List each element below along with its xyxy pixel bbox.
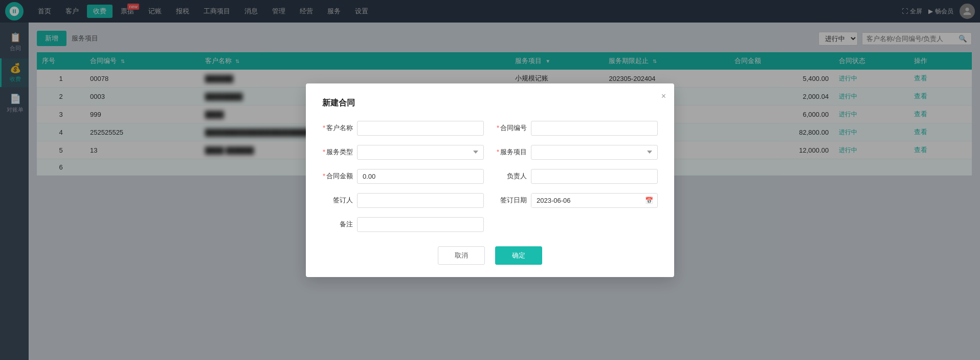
- field-signer: 签订人: [322, 193, 484, 208]
- service-type-select[interactable]: [357, 145, 484, 160]
- field-contract-no: *合同编号: [496, 121, 658, 136]
- sign-date-input[interactable]: [531, 194, 641, 207]
- field-customer-name: *客户名称: [322, 121, 484, 136]
- contract-no-label: *合同编号: [496, 123, 527, 133]
- customer-name-label: *客户名称: [322, 123, 353, 133]
- service-type-label: *服务类型: [322, 147, 353, 157]
- form-row-4: 签订人 签订日期 📅: [322, 193, 658, 208]
- form-row-1: *客户名称 *合同编号: [322, 121, 658, 136]
- sign-date-label: 签订日期: [496, 196, 527, 205]
- field-remark: 备注: [322, 217, 484, 232]
- contract-amount-input[interactable]: [357, 169, 484, 184]
- calendar-icon[interactable]: 📅: [641, 197, 657, 204]
- required-star-5: *: [323, 172, 325, 180]
- form-row-5: 备注: [322, 217, 658, 232]
- field-service-item: *服务项目: [496, 145, 658, 160]
- service-item-label: *服务项目: [496, 147, 527, 157]
- responsible-label: 负责人: [496, 172, 527, 181]
- signer-label: 签订人: [322, 196, 353, 205]
- remark-label: 备注: [322, 220, 353, 229]
- form-row-3: *合同金额 负责人: [322, 169, 658, 184]
- sign-date-wrap: 📅: [531, 193, 658, 208]
- field-responsible: 负责人: [496, 169, 658, 184]
- modal-close-button[interactable]: ×: [661, 92, 666, 101]
- cancel-button[interactable]: 取消: [438, 246, 485, 265]
- responsible-input[interactable]: [531, 169, 658, 184]
- remark-input[interactable]: [357, 217, 484, 232]
- field-contract-amount: *合同金额: [322, 169, 484, 184]
- confirm-button[interactable]: 确定: [495, 246, 542, 265]
- required-star-4: *: [497, 148, 499, 156]
- contract-amount-label: *合同金额: [322, 172, 353, 181]
- form-row-2: *服务类型 *服务项目: [322, 145, 658, 160]
- signer-input[interactable]: [357, 193, 484, 208]
- modal-title: 新建合同: [322, 98, 658, 109]
- service-item-select[interactable]: [531, 145, 658, 160]
- modal-footer: 取消 确定: [322, 246, 658, 265]
- required-star-2: *: [497, 124, 499, 132]
- contract-no-input[interactable]: [531, 121, 658, 136]
- modal-overlay[interactable]: × 新建合同 *客户名称 *合同编号 *服务类型: [0, 0, 980, 360]
- customer-name-input[interactable]: [357, 121, 484, 136]
- required-star-3: *: [323, 148, 325, 156]
- modal: × 新建合同 *客户名称 *合同编号 *服务类型: [306, 83, 674, 277]
- field-service-type: *服务类型: [322, 145, 484, 160]
- required-star: *: [323, 124, 325, 132]
- field-sign-date: 签订日期 📅: [496, 193, 658, 208]
